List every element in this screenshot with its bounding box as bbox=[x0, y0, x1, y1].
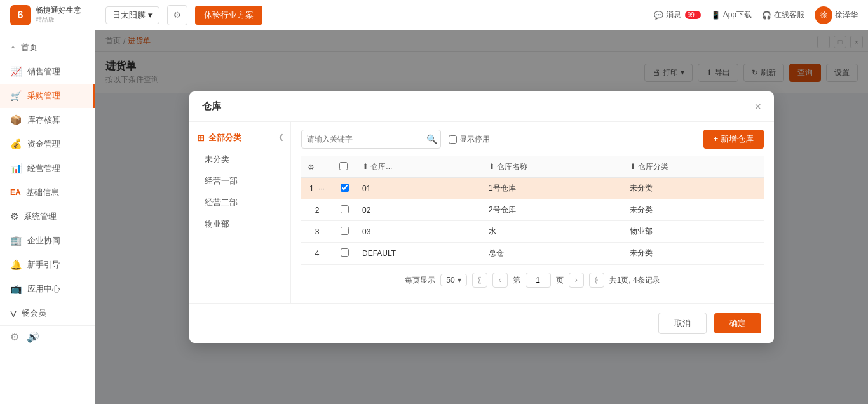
inventory-icon: 📦 bbox=[10, 114, 22, 126]
table-row[interactable]: 3 03 水 物业部 bbox=[301, 221, 764, 243]
show-disabled-label[interactable]: 显示停用 bbox=[449, 134, 490, 145]
table-row[interactable]: 4 DEFAULT 总仓 未分类 bbox=[301, 243, 764, 264]
trial-button[interactable]: 体验行业方案 bbox=[195, 6, 262, 25]
cancel-button[interactable]: 取消 bbox=[658, 313, 707, 334]
col-check-header bbox=[333, 156, 356, 178]
modal-overlay: 仓库 × ⊞ 全部分类 《 未分类 经营一部 经营二部 bbox=[95, 30, 868, 404]
sidebar-item-label: 库存核算 bbox=[27, 114, 60, 126]
category-panel: ⊞ 全部分类 《 未分类 经营一部 经营二部 物业部 bbox=[189, 122, 291, 303]
sidebar-item-label: 畅会员 bbox=[22, 307, 46, 319]
all-category-header[interactable]: ⊞ 全部分类 《 bbox=[189, 127, 290, 149]
row-code: 01 bbox=[356, 178, 482, 199]
sales-icon: 📈 bbox=[10, 66, 22, 77]
confirm-button[interactable]: 确定 bbox=[714, 313, 761, 333]
sidebar-item-sales[interactable]: 📈 销售管理 bbox=[0, 60, 95, 84]
sidebar-sound-icon[interactable]: 🔊 bbox=[27, 331, 39, 343]
row-actions: 4 bbox=[301, 243, 333, 264]
table-row[interactable]: 2 02 2号仓库 未分类 bbox=[301, 199, 764, 221]
row-actions: 3 bbox=[301, 221, 333, 243]
sidebar-item-label: 应用中心 bbox=[27, 283, 60, 295]
row-category: 未分类 bbox=[623, 199, 764, 221]
per-page-select[interactable]: 50 ▾ bbox=[440, 274, 466, 286]
row-checkbox[interactable] bbox=[341, 184, 349, 192]
sidebar-item-operations[interactable]: 📊 经营管理 bbox=[0, 156, 95, 180]
modal-close-button[interactable]: × bbox=[754, 101, 761, 112]
col-code-header: ⬆ 仓库... bbox=[356, 156, 482, 178]
sidebar-item-newbie[interactable]: 🔔 新手引导 bbox=[0, 253, 95, 277]
row-menu-icon[interactable]: ··· bbox=[318, 184, 325, 193]
message-item[interactable]: 💬 消息 99+ bbox=[654, 10, 701, 20]
finance-icon: 💰 bbox=[10, 138, 22, 150]
newbie-icon: 🔔 bbox=[10, 259, 22, 271]
sidebar-item-label: 首页 bbox=[21, 42, 37, 53]
sidebar-item-home[interactable]: ⌂ 首页 bbox=[0, 36, 95, 60]
sidebar-item-purchase[interactable]: 🛒 采购管理 bbox=[0, 84, 95, 108]
settings-button[interactable]: ⚙ bbox=[167, 5, 187, 25]
row-name: 总仓 bbox=[482, 243, 623, 264]
col-name-header: ⬆ 仓库名称 bbox=[482, 156, 623, 178]
row-checkbox[interactable] bbox=[341, 227, 349, 235]
operations-icon: 📊 bbox=[10, 163, 22, 174]
collapse-button[interactable]: 《 bbox=[275, 133, 283, 144]
header-right: 💬 消息 99+ 📱 App下载 🎧 在线客服 徐 徐泽华 bbox=[654, 6, 858, 24]
cat-item-dept1[interactable]: 经营一部 bbox=[189, 170, 290, 192]
sidebar-item-finance[interactable]: 💰 资金管理 bbox=[0, 132, 95, 156]
header-middle: 日太阳膜 ▾ ⚙ 体验行业方案 bbox=[105, 5, 654, 25]
app-center-icon: 📺 bbox=[10, 283, 22, 295]
logo-icon: 6 bbox=[10, 5, 31, 25]
sidebar-item-basic-info[interactable]: EA 基础信息 bbox=[0, 180, 95, 205]
last-page-button[interactable]: ⟫ bbox=[589, 273, 604, 288]
modal-footer: 取消 确定 bbox=[189, 303, 774, 343]
cat-item-uncategorized[interactable]: 未分类 bbox=[189, 149, 290, 170]
search-icon[interactable]: 🔍 bbox=[426, 134, 437, 144]
warehouse-table: ⚙ ⬆ 仓库... bbox=[301, 156, 764, 264]
first-page-button[interactable]: ⟪ bbox=[472, 273, 487, 288]
row-name: 2号仓库 bbox=[482, 199, 623, 221]
layout: ⌂ 首页 📈 销售管理 🛒 采购管理 📦 库存核算 💰 资金管理 📊 经营管理 … bbox=[0, 30, 868, 404]
col-category-header: ⬆ 仓库分类 bbox=[623, 156, 764, 178]
app-download-item[interactable]: 📱 App下载 bbox=[711, 10, 752, 20]
modal-header: 仓库 × bbox=[189, 91, 774, 122]
sidebar-item-label: 销售管理 bbox=[27, 66, 60, 77]
table-header-row: ⚙ ⬆ 仓库... bbox=[301, 156, 764, 178]
sidebar-bottom: ⚙ 🔊 bbox=[0, 325, 95, 348]
page-number-input[interactable] bbox=[526, 273, 551, 288]
row-checkbox-cell bbox=[333, 221, 356, 243]
next-page-button[interactable]: › bbox=[569, 273, 584, 288]
sidebar-item-system[interactable]: ⚙ 系统管理 bbox=[0, 205, 95, 229]
sidebar-item-label: 资金管理 bbox=[27, 138, 60, 150]
online-service-item[interactable]: 🎧 在线客服 bbox=[762, 10, 804, 20]
main-content: 首页 / 进货单 进货单 按以下条件查询 🖨 打印 ▾ ⬆ 导出 bbox=[95, 30, 868, 404]
sidebar-item-app-center[interactable]: 📺 应用中心 bbox=[0, 277, 95, 301]
sidebar-item-label: 企业协同 bbox=[27, 235, 60, 246]
modal-title: 仓库 bbox=[202, 100, 221, 112]
table-row[interactable]: 1 ··· 01 1号仓库 未分类 bbox=[301, 178, 764, 199]
home-icon: ⌂ bbox=[10, 43, 16, 53]
table-body: 1 ··· 01 1号仓库 未分类 2 02 2号仓库 未分类 3 bbox=[301, 178, 764, 264]
row-code: 03 bbox=[356, 221, 482, 243]
row-checkbox[interactable] bbox=[341, 248, 349, 257]
search-input[interactable] bbox=[301, 130, 441, 149]
add-warehouse-button[interactable]: + 新增仓库 bbox=[703, 130, 764, 149]
row-code: DEFAULT bbox=[356, 243, 482, 264]
modal-body: ⊞ 全部分类 《 未分类 经营一部 经营二部 物业部 bbox=[189, 122, 774, 303]
row-name: 水 bbox=[482, 221, 623, 243]
sidebar-item-enterprise[interactable]: 🏢 企业协同 bbox=[0, 229, 95, 253]
cat-item-dept2[interactable]: 经营二部 bbox=[189, 192, 290, 213]
cat-item-property[interactable]: 物业部 bbox=[189, 213, 290, 235]
user-profile[interactable]: 徐 徐泽华 bbox=[815, 6, 858, 24]
row-category: 未分类 bbox=[623, 178, 764, 199]
row-checkbox[interactable] bbox=[341, 205, 349, 213]
sidebar-item-vip[interactable]: V 畅会员 bbox=[0, 301, 95, 325]
sidebar-item-inventory[interactable]: 📦 库存核算 bbox=[0, 108, 95, 132]
show-disabled-checkbox[interactable] bbox=[449, 135, 457, 144]
prev-page-button[interactable]: ‹ bbox=[492, 273, 508, 288]
vip-icon: V bbox=[10, 308, 17, 319]
sidebar-settings-icon[interactable]: ⚙ bbox=[10, 331, 19, 343]
row-category: 未分类 bbox=[623, 243, 764, 264]
pagination: 每页显示 50 ▾ ⟪ ‹ 第 页 › ⟫ 共1页 bbox=[301, 264, 764, 295]
select-all-checkbox[interactable] bbox=[339, 162, 348, 170]
sidebar-item-label: 基础信息 bbox=[26, 187, 59, 198]
company-selector[interactable]: 日太阳膜 ▾ bbox=[105, 6, 159, 24]
enterprise-icon: 🏢 bbox=[10, 235, 22, 246]
